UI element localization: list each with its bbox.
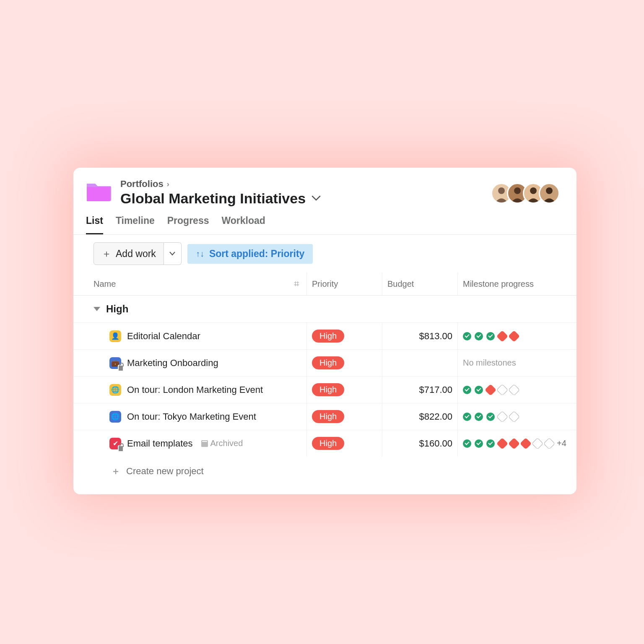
milestone-empty-icon bbox=[508, 410, 520, 422]
project-name: Editorial Calendar bbox=[127, 331, 200, 342]
sort-chip[interactable]: ↑↓ Sort applied: Priority bbox=[187, 244, 313, 264]
sort-icon: ↑↓ bbox=[196, 249, 204, 259]
column-options-icon[interactable]: ⌗ bbox=[294, 278, 299, 289]
milestone-complete-icon bbox=[463, 332, 471, 340]
cell-milestones[interactable]: No milestones bbox=[457, 350, 576, 376]
portfolio-folder-icon bbox=[86, 180, 111, 201]
milestone-blocked-icon bbox=[508, 437, 520, 449]
table-header: Name ⌗ Priority Budget Milestone progres… bbox=[73, 273, 576, 296]
milestone-blocked-icon bbox=[496, 437, 508, 449]
cell-budget[interactable]: $717.00 bbox=[382, 377, 457, 403]
cell-name[interactable]: 👤Editorial Calendar bbox=[88, 323, 306, 349]
svg-point-0 bbox=[498, 187, 505, 194]
project-name: Email templates bbox=[127, 438, 193, 449]
group-label: High bbox=[106, 303, 128, 315]
milestone-complete-icon bbox=[463, 439, 471, 448]
cell-milestones[interactable]: +4 bbox=[457, 430, 576, 457]
col-name[interactable]: Name ⌗ bbox=[88, 273, 306, 295]
tab-progress[interactable]: Progress bbox=[167, 211, 209, 234]
portfolio-panel: Portfolios › Global Marketing Initiative… bbox=[73, 168, 576, 494]
cell-priority[interactable]: High bbox=[306, 323, 382, 349]
table-row[interactable]: 💼Marketing OnboardingHighNo milestones bbox=[73, 349, 576, 376]
cell-name[interactable]: 💼Marketing Onboarding bbox=[88, 350, 306, 376]
breadcrumb-root[interactable]: Portfolios bbox=[120, 179, 164, 190]
milestone-complete-icon bbox=[486, 439, 495, 448]
priority-pill: High bbox=[312, 356, 344, 369]
milestone-blocked-icon bbox=[508, 330, 520, 342]
cell-milestones[interactable] bbox=[457, 323, 576, 349]
table-row[interactable]: 👤Editorial CalendarHigh$813.00 bbox=[73, 322, 576, 349]
add-work-label: Add work bbox=[116, 248, 156, 260]
table-row[interactable]: 🌐On tour: Tokyo Marketing EventHigh$822.… bbox=[73, 403, 576, 430]
col-priority[interactable]: Priority bbox=[306, 273, 382, 295]
tab-workload[interactable]: Workload bbox=[222, 211, 265, 234]
svg-point-3 bbox=[546, 187, 553, 194]
milestone-empty-icon bbox=[532, 437, 543, 449]
project-icon: 💼 bbox=[109, 357, 121, 369]
tab-list[interactable]: List bbox=[86, 211, 103, 234]
lock-icon bbox=[118, 445, 124, 452]
header: Portfolios › Global Marketing Initiative… bbox=[73, 168, 576, 207]
milestone-complete-icon bbox=[486, 413, 495, 421]
svg-point-2 bbox=[530, 187, 537, 194]
cell-priority[interactable]: High bbox=[306, 430, 382, 457]
add-work-button[interactable]: ＋ Add work bbox=[93, 242, 164, 265]
page-title: Global Marketing Initiatives bbox=[120, 190, 306, 207]
project-icon: 🌐 bbox=[109, 411, 121, 423]
milestone-complete-icon bbox=[475, 332, 483, 340]
priority-pill: High bbox=[312, 410, 344, 423]
create-project-button[interactable]: ＋ Create new project bbox=[73, 457, 576, 490]
project-name: Marketing Onboarding bbox=[127, 358, 218, 369]
milestone-overflow[interactable]: +4 bbox=[557, 439, 566, 448]
cell-budget[interactable]: $160.00 bbox=[382, 430, 457, 457]
svg-point-1 bbox=[514, 187, 521, 194]
milestone-complete-icon bbox=[463, 386, 471, 394]
plus-icon: ＋ bbox=[111, 465, 120, 478]
milestone-blocked-icon bbox=[485, 384, 496, 395]
archived-tag: Archived bbox=[201, 439, 243, 448]
chevron-right-icon: › bbox=[167, 180, 169, 189]
group-header-high[interactable]: High bbox=[73, 296, 576, 322]
cell-milestones[interactable] bbox=[457, 403, 576, 430]
cell-name[interactable]: ✔Email templatesArchived bbox=[88, 430, 306, 457]
priority-pill: High bbox=[312, 437, 344, 450]
project-icon: 🌐 bbox=[109, 384, 121, 396]
milestone-complete-icon bbox=[475, 386, 483, 394]
avatar[interactable] bbox=[539, 183, 560, 204]
tab-timeline[interactable]: Timeline bbox=[116, 211, 155, 234]
milestone-complete-icon bbox=[475, 413, 483, 421]
breadcrumb[interactable]: Portfolios › bbox=[120, 179, 496, 190]
col-budget[interactable]: Budget bbox=[382, 273, 457, 295]
cell-milestones[interactable] bbox=[457, 377, 576, 403]
milestone-blocked-icon bbox=[496, 330, 508, 342]
cell-budget[interactable] bbox=[382, 350, 457, 376]
priority-pill: High bbox=[312, 330, 344, 343]
table-row[interactable]: ✔Email templatesArchivedHigh$160.00+4 bbox=[73, 430, 576, 457]
milestone-complete-icon bbox=[463, 413, 471, 421]
cell-name[interactable]: 🌐On tour: Tokyo Marketing Event bbox=[88, 403, 306, 430]
cell-priority[interactable]: High bbox=[306, 403, 382, 430]
milestone-empty-icon bbox=[508, 384, 520, 395]
project-name: On tour: Tokyo Marketing Event bbox=[127, 411, 256, 422]
table-row[interactable]: 🌐On tour: London Marketing EventHigh$717… bbox=[73, 376, 576, 403]
cell-priority[interactable]: High bbox=[306, 377, 382, 403]
plus-icon: ＋ bbox=[101, 247, 112, 260]
lock-icon bbox=[118, 365, 124, 371]
project-name: On tour: London Marketing Event bbox=[127, 384, 263, 395]
archive-icon bbox=[201, 440, 208, 447]
create-project-label: Create new project bbox=[126, 466, 204, 477]
member-avatars[interactable] bbox=[496, 179, 564, 204]
no-milestones-text: No milestones bbox=[463, 358, 516, 368]
add-work-dropdown[interactable] bbox=[164, 242, 182, 265]
title-dropdown-icon[interactable] bbox=[312, 194, 321, 203]
milestone-empty-icon bbox=[496, 410, 508, 422]
tabs: List Timeline Progress Workload bbox=[73, 207, 576, 235]
toolbar: ＋ Add work ↑↓ Sort applied: Priority bbox=[73, 235, 576, 273]
cell-budget[interactable]: $813.00 bbox=[382, 323, 457, 349]
cell-budget[interactable]: $822.00 bbox=[382, 403, 457, 430]
col-milestones[interactable]: Milestone progress bbox=[457, 273, 576, 295]
cell-priority[interactable]: High bbox=[306, 350, 382, 376]
cell-name[interactable]: 🌐On tour: London Marketing Event bbox=[88, 377, 306, 403]
collapse-icon[interactable] bbox=[93, 307, 100, 311]
project-icon: ✔ bbox=[109, 438, 121, 449]
